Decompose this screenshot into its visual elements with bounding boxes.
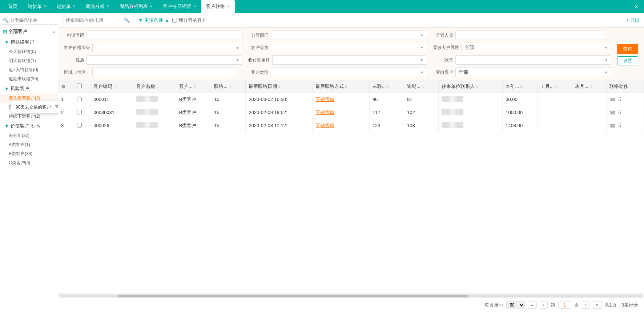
- nature-select[interactable]: ▼: [86, 55, 242, 65]
- category-search-input[interactable]: [10, 18, 58, 23]
- contact-icon[interactable]: ☎: [609, 110, 616, 116]
- col-contact[interactable]: 联络...⇅: [211, 80, 246, 93]
- cell-last-way[interactable]: 下销货单: [313, 106, 370, 119]
- retail-attr-select[interactable]: 全部 ▼: [461, 43, 611, 52]
- sidebar-group-value[interactable]: ▼ 价值客户 ↻ ✎: [0, 121, 58, 131]
- cell-last-month: [537, 106, 572, 119]
- customer-type-select[interactable]: ▼: [271, 68, 427, 77]
- chevron-down-icon: ▼: [4, 40, 9, 45]
- next-page-button[interactable]: ›: [582, 301, 590, 309]
- sidebar-item-class-a[interactable]: A类客户(1): [0, 140, 58, 149]
- prev-page-button[interactable]: ‹: [540, 301, 548, 309]
- col-code[interactable]: 客户编码⇅: [90, 80, 133, 93]
- status-select[interactable]: ▼: [455, 55, 611, 65]
- last-page-button[interactable]: »: [593, 301, 602, 309]
- row-checkbox[interactable]: [77, 110, 82, 114]
- tab-product-analysis-list[interactable]: 商品分析列表 ×: [114, 0, 158, 13]
- col-type[interactable]: 客户...⇅: [176, 80, 211, 93]
- col-last-contact-date[interactable]: 最后联络日期⇅: [246, 80, 313, 93]
- retail-customer-select[interactable]: 全部 ▼: [455, 68, 611, 77]
- export-button[interactable]: ↑ 导出: [627, 17, 640, 24]
- contact-icon[interactable]: ☎: [609, 97, 616, 102]
- cell-checkbox[interactable]: [74, 93, 90, 106]
- cell-last-way[interactable]: 下销货单: [313, 93, 370, 106]
- col-name[interactable]: 客户名称⇅: [133, 80, 176, 93]
- search-icon[interactable]: 🔍: [124, 17, 130, 23]
- first-page-button[interactable]: «: [528, 301, 537, 309]
- settings-button[interactable]: 设置: [617, 56, 638, 65]
- col-last-contact-way[interactable]: 最后联络方式⇅: [313, 80, 370, 93]
- my-customer-check[interactable]: [172, 18, 177, 23]
- my-customer-checkbox[interactable]: 我分管的客户: [172, 17, 207, 24]
- sidebar-item-class-b[interactable]: B类客户(33): [0, 149, 58, 158]
- more-options-icon[interactable]: ···: [238, 70, 242, 75]
- col-checkbox[interactable]: [74, 80, 90, 93]
- gear-icon[interactable]: ⚙: [61, 84, 66, 89]
- sidebar-search-box[interactable]: 🔍: [0, 16, 58, 25]
- phone-input[interactable]: [86, 31, 242, 40]
- more-action-icon[interactable]: ⠿: [618, 123, 621, 129]
- col-this-month[interactable]: 本月...⇅: [572, 80, 606, 93]
- tab-customer-layer[interactable]: 客户分层经营 ×: [158, 0, 201, 13]
- scrollbar-track[interactable]: [60, 295, 643, 297]
- price-level-select[interactable]: ▼: [92, 43, 242, 52]
- sidebar-item-tomorrow-contact[interactable]: 明天待联络(1): [0, 56, 58, 65]
- tab-customer-contact[interactable]: 客户联络 ×: [201, 0, 235, 13]
- close-icon[interactable]: ×: [150, 4, 153, 9]
- cell-checkbox[interactable]: [74, 119, 90, 132]
- select-all-checkbox[interactable]: [77, 84, 82, 88]
- manager-select[interactable]: [455, 31, 605, 40]
- horizontal-scrollbar[interactable]: [58, 293, 644, 298]
- customer-level-select[interactable]: ▼: [271, 43, 427, 52]
- cell-contact: 15: [211, 93, 246, 106]
- cell-last-way[interactable]: 下销货单: [313, 119, 370, 132]
- col-gear[interactable]: ⚙: [58, 80, 74, 93]
- sidebar-item-class-c[interactable]: C类客户(6): [0, 158, 58, 167]
- sidebar-item-today-contact[interactable]: 今天待联络(0): [0, 47, 58, 56]
- close-all-button[interactable]: ×: [632, 3, 641, 10]
- row-checkbox[interactable]: [77, 97, 82, 101]
- close-icon[interactable]: ×: [73, 4, 76, 9]
- query-button[interactable]: 查询: [617, 44, 638, 54]
- per-page-select[interactable]: 50 100: [506, 301, 525, 309]
- filter-retail-customer: 零散客户 全部 ▼: [433, 68, 611, 77]
- refresh-icon[interactable]: ↻: [31, 123, 35, 129]
- tab-home[interactable]: 首页: [3, 0, 23, 13]
- col-this-year[interactable]: 本年...⇅: [503, 80, 537, 93]
- cell-name: [133, 93, 176, 106]
- more-action-icon[interactable]: ⠿: [618, 97, 621, 102]
- contact-icon[interactable]: ☎: [609, 123, 616, 129]
- tab-sales-order[interactable]: 销货单 ×: [23, 0, 52, 13]
- collapse-icon[interactable]: «: [52, 29, 55, 34]
- sidebar-all-customers[interactable]: ⊞ 全部客户 «: [0, 26, 58, 37]
- payment-select[interactable]: ▼: [272, 55, 427, 65]
- page-number-input[interactable]: [558, 301, 571, 309]
- tab-purchase-order[interactable]: 进货单 ×: [52, 0, 81, 13]
- col-last-month[interactable]: 上月...⇅: [537, 80, 572, 93]
- sort-icon: ⇅: [387, 85, 390, 89]
- col-overdue[interactable]: 逾期...⇅: [404, 80, 439, 93]
- tab-product-analysis[interactable]: 商品分析 ×: [81, 0, 114, 13]
- more-filter-button[interactable]: ▼ 更多条件 ▲: [138, 17, 169, 24]
- edit-icon[interactable]: ✎: [36, 123, 40, 129]
- close-icon[interactable]: ×: [44, 4, 47, 9]
- more-options-icon[interactable]: ···: [607, 33, 611, 38]
- row-checkbox[interactable]: [77, 123, 82, 127]
- sidebar-item-overdue-contact[interactable]: 逾期未联络(30): [0, 74, 58, 84]
- dept-select[interactable]: ▼: [271, 31, 427, 40]
- sidebar-item-week-contact[interactable]: 近7天待联络(0): [0, 65, 58, 74]
- col-contact-person[interactable]: 往来单位联系人⇅: [439, 80, 503, 93]
- search-input[interactable]: [66, 18, 124, 23]
- region-select[interactable]: [92, 68, 236, 77]
- scrollbar-thumb[interactable]: [118, 295, 467, 297]
- sidebar-group-risk[interactable]: ▼ 风险客户: [0, 84, 58, 94]
- cell-checkbox[interactable]: [74, 106, 90, 119]
- col-no-contact[interactable]: 未联...⇅: [369, 80, 404, 93]
- close-icon[interactable]: ×: [193, 4, 196, 9]
- close-icon[interactable]: ×: [227, 4, 230, 9]
- more-action-icon[interactable]: ⠿: [618, 110, 621, 116]
- close-icon[interactable]: ×: [107, 4, 109, 9]
- filter-search-box[interactable]: 🔍: [63, 16, 135, 24]
- sidebar-group-pending[interactable]: ▼ 待联络客户: [0, 37, 58, 47]
- sidebar-item-unclassified[interactable]: 未分组(32): [0, 131, 58, 140]
